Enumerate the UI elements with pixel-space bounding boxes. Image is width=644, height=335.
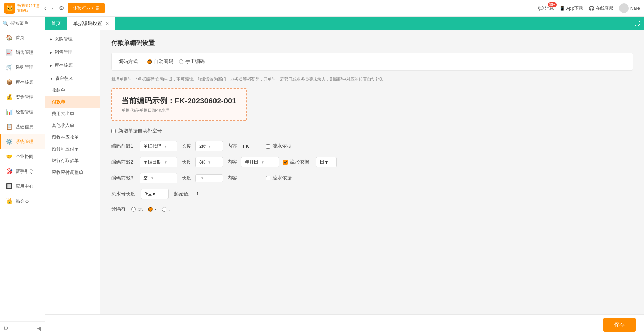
serial-length-select[interactable]: 3位 ▼ bbox=[141, 189, 169, 199]
user-area[interactable]: Nare bbox=[619, 3, 640, 13]
auto-fill-label: 新增单据自动补空号 bbox=[118, 128, 162, 134]
separator-dash-label[interactable]: - bbox=[148, 206, 156, 212]
sidebar-collapse-button[interactable]: ◀ bbox=[37, 325, 41, 332]
sidebar-item-label: 系统管理 bbox=[16, 139, 33, 145]
prefix1-arrow: ▼ bbox=[164, 145, 167, 148]
sidebar-item-inventory[interactable]: 📦 库存核算 bbox=[0, 75, 45, 90]
page-content: ▶ 采购管理 ▶ 销售管理 ▶ 库存核算 bbox=[45, 30, 644, 314]
app-download-area[interactable]: 📱 App下载 bbox=[559, 5, 583, 11]
page-title: 付款单编码设置 bbox=[111, 39, 633, 47]
separator-dot-label[interactable]: . bbox=[162, 206, 170, 212]
length1-select[interactable]: 2位 ▼ bbox=[195, 141, 223, 151]
tab-minimize-button[interactable]: — bbox=[626, 20, 632, 27]
basic-info-icon: 📋 bbox=[6, 123, 13, 130]
logo-text: 畅通道好生意 旗舰版 bbox=[17, 3, 40, 12]
submenu-item-expense[interactable]: 费用支出单 bbox=[45, 108, 100, 120]
nav-controls: ‹ › ⚙ 体验行业方案 bbox=[43, 3, 105, 13]
content1-input[interactable] bbox=[241, 142, 262, 150]
sidebar-item-purchase[interactable]: 🛒 采购管理 bbox=[0, 60, 45, 75]
enterprise-icon: 🤝 bbox=[6, 153, 13, 160]
search-menu-button[interactable]: 🔍 搜索菜单 bbox=[0, 17, 45, 30]
content-area: 首页 单据编码设置 ✕ — ⛶ ▶ 采购管理 bbox=[45, 17, 644, 335]
serial-start-input[interactable] bbox=[194, 190, 215, 198]
auto-fill-row: 新增单据自动补空号 bbox=[111, 128, 633, 134]
nav-back-button[interactable]: ‹ bbox=[43, 4, 47, 13]
user-avatar bbox=[619, 3, 629, 13]
length1-label: 长度 bbox=[182, 143, 191, 149]
nav-forward-button[interactable]: › bbox=[50, 4, 55, 13]
auto-fill-checkbox[interactable] bbox=[111, 129, 116, 133]
serial1-checkbox-label[interactable]: 流水依据 bbox=[266, 143, 292, 149]
tab-home[interactable]: 首页 bbox=[45, 17, 67, 30]
prefix2-label: 编码前缀2 bbox=[111, 159, 135, 165]
day-arrow: ▼ bbox=[324, 160, 329, 165]
submenu-item-payment[interactable]: 付款单 bbox=[45, 96, 100, 108]
prefix1-value: 单据代码 bbox=[143, 143, 161, 149]
serial2-checkbox-label[interactable]: 流水依据 bbox=[283, 159, 309, 165]
serial2-checkbox[interactable] bbox=[283, 160, 288, 165]
separator-dot-radio[interactable] bbox=[162, 207, 166, 212]
prefix3-select[interactable]: 空 ▼ bbox=[140, 173, 177, 183]
submenu-item-receipt[interactable]: 收款单 bbox=[45, 84, 100, 96]
sidebar-item-home[interactable]: 🏠 首页 bbox=[0, 30, 45, 45]
config-row-1: 编码前缀1 单据代码 ▼ 长度 2位 ▼ 内容 流水依据 bbox=[111, 141, 633, 151]
submenu-label: 销售管理 bbox=[55, 49, 73, 55]
app-download-label: App下载 bbox=[566, 5, 583, 11]
submenu-header-sales[interactable]: ▶ 销售管理 bbox=[45, 46, 100, 58]
serial3-checkbox[interactable] bbox=[266, 176, 270, 180]
separator-none-radio[interactable] bbox=[131, 207, 136, 212]
finance-icon: 💰 bbox=[6, 94, 13, 100]
sidebar-item-sales[interactable]: 📈 销售管理 bbox=[0, 45, 45, 60]
save-button[interactable]: 保存 bbox=[603, 318, 636, 332]
arrow-icon: ▶ bbox=[50, 50, 52, 54]
content3-input[interactable] bbox=[241, 174, 262, 182]
submenu-label: 采购管理 bbox=[55, 36, 73, 42]
separator-none-label[interactable]: 无 bbox=[131, 206, 143, 212]
sidebar-item-enterprise[interactable]: 🤝 企业协同 bbox=[0, 149, 45, 164]
online-service-label: 在线客服 bbox=[596, 5, 614, 11]
sidebar-item-app-center[interactable]: 🔲 应用中心 bbox=[0, 179, 45, 194]
sidebar-item-label: 企业协同 bbox=[16, 153, 33, 160]
submenu-item-advance-receipt[interactable]: 预收冲应收单 bbox=[45, 131, 100, 143]
submenu-item-adjust[interactable]: 应收应付调整单 bbox=[45, 167, 100, 178]
manual-code-radio-label[interactable]: 手工编码 bbox=[179, 58, 205, 65]
tab-encoding-settings[interactable]: 单据编码设置 ✕ bbox=[67, 17, 115, 30]
submenu-header-stock[interactable]: ▶ 库存核算 bbox=[45, 59, 100, 71]
submenu-item-other-income[interactable]: 其他收入单 bbox=[45, 120, 100, 131]
main-layout: 🔍 搜索菜单 🏠 首页 📈 销售管理 🛒 采购管理 📦 库存核算 💰 bbox=[0, 17, 644, 335]
separator-none-text: 无 bbox=[138, 206, 143, 212]
submenu-item-bank[interactable]: 银行存取款单 bbox=[45, 155, 100, 167]
sidebar-item-label: 经营管理 bbox=[16, 109, 33, 115]
sidebar-item-member[interactable]: 👑 畅会员 bbox=[0, 194, 45, 208]
serial2-label: 流水依据 bbox=[290, 159, 309, 165]
sidebar-item-basic-info[interactable]: 📋 基础信息 bbox=[0, 119, 45, 134]
day-select[interactable]: 日 ▼ bbox=[316, 157, 337, 167]
separator-dash-radio[interactable] bbox=[148, 207, 153, 212]
submenu-item-advance-payment[interactable]: 预付冲应付单 bbox=[45, 143, 100, 155]
sidebar-settings-button[interactable]: ⚙ bbox=[3, 325, 8, 332]
manual-code-radio[interactable] bbox=[179, 59, 183, 64]
trial-button[interactable]: 体验行业方案 bbox=[68, 3, 105, 13]
message-area[interactable]: 💬 消息 99+ bbox=[538, 5, 554, 11]
sidebar-item-business[interactable]: 📊 经营管理 bbox=[0, 104, 45, 119]
tab-bar-actions: — ⛶ bbox=[626, 20, 644, 27]
sidebar-item-system[interactable]: ⚙️ 系统管理 bbox=[0, 134, 45, 149]
prefix2-select[interactable]: 单据日期 ▼ bbox=[140, 157, 177, 167]
settings-button[interactable]: ⚙ bbox=[58, 3, 65, 13]
submenu-header-funds[interactable]: ▼ 资金往来 bbox=[45, 73, 100, 84]
sidebar-item-guide[interactable]: 🎯 新手引导 bbox=[0, 164, 45, 179]
auto-code-radio[interactable] bbox=[147, 59, 152, 64]
sidebar-item-finance[interactable]: 💰 资金管理 bbox=[0, 90, 45, 104]
tab-close-button[interactable]: ✕ bbox=[106, 21, 109, 26]
online-service-area[interactable]: 🎧 在线客服 bbox=[589, 5, 614, 11]
submenu-header-purchase[interactable]: ▶ 采购管理 bbox=[45, 33, 100, 45]
auto-code-radio-label[interactable]: 自动编码 bbox=[147, 58, 173, 65]
prefix1-select[interactable]: 单据代码 ▼ bbox=[140, 141, 177, 151]
length2-select[interactable]: 8位 ▼ bbox=[195, 157, 223, 167]
serial3-checkbox-label[interactable]: 流水依据 bbox=[266, 175, 292, 181]
tab-maximize-button[interactable]: ⛶ bbox=[634, 20, 640, 27]
length3-select[interactable]: ▼ bbox=[195, 174, 223, 182]
prefix3-label: 编码前缀3 bbox=[111, 175, 135, 181]
content2-select[interactable]: 年月日 ▼ bbox=[241, 157, 279, 167]
serial1-checkbox[interactable] bbox=[266, 144, 270, 149]
